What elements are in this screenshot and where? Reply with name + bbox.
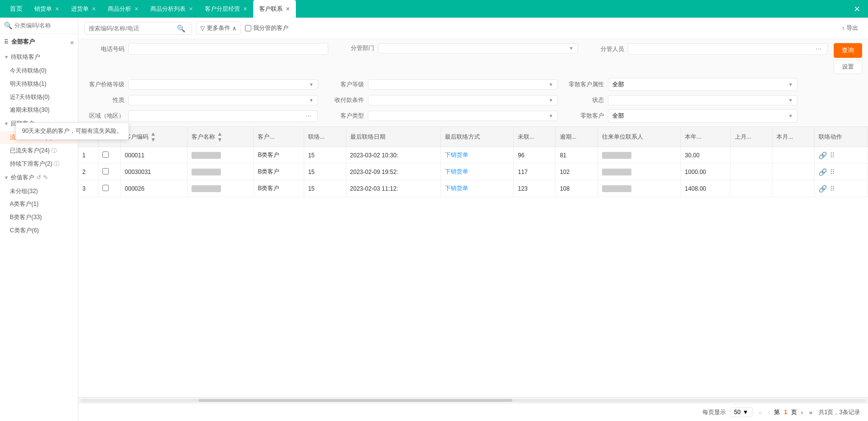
action-link-icon[interactable]: 🔗	[819, 151, 827, 159]
manager-dots-icon[interactable]: ⋯	[814, 46, 823, 52]
tab-analysis[interactable]: 商品分析 ✕	[102, 0, 145, 18]
close-analysis-tab[interactable]: ✕	[134, 6, 139, 12]
row-checkbox-0[interactable]	[102, 151, 109, 158]
name-sort-icon: ▲▼	[217, 131, 223, 143]
collapse-icon[interactable]: «	[70, 38, 74, 46]
scrollbar-track	[80, 399, 866, 402]
retail-attr-select[interactable]: 全部 ▼	[608, 78, 797, 91]
status-select[interactable]: ▼	[608, 95, 797, 105]
first-page-btn[interactable]: «	[757, 408, 764, 417]
contact-method-link[interactable]: 下销货单	[445, 168, 468, 175]
cell-last-date: 2023-03-02 10:30:	[346, 147, 440, 164]
phone-input[interactable]	[128, 43, 328, 55]
action-more-icon[interactable]: ⠿	[830, 151, 835, 159]
cell-this-month	[772, 180, 815, 197]
tooltip-lost-warning: 90天未交易的客户，可能有流失风险。	[16, 123, 129, 140]
page-label: 第	[774, 408, 780, 417]
th-last-contact-method: 最后联络方式	[440, 127, 513, 147]
sidebar-item-ungroup[interactable]: 未分组(32)	[0, 185, 78, 198]
search-input[interactable]	[89, 25, 177, 32]
close-purchase-tab[interactable]: ✕	[92, 6, 96, 12]
horizontal-scrollbar[interactable]	[78, 397, 868, 403]
tab-customer-layer[interactable]: 客户分层经营 ✕	[199, 0, 253, 18]
department-select[interactable]: ▼	[378, 43, 578, 53]
action-more-icon[interactable]: ⠿	[830, 168, 835, 176]
price-level-select[interactable]: ▼	[128, 79, 318, 90]
cell-name	[187, 164, 254, 180]
sidebar-item-a-class[interactable]: A类客户(1)	[0, 198, 78, 211]
manager-field: 分管人员 ⋯	[584, 43, 828, 55]
value-section[interactable]: ▼ 价值客户 ↺ ✎	[0, 171, 78, 185]
tab-purchase[interactable]: 进货单 ✕	[65, 0, 102, 18]
filter-icon: ▽	[200, 25, 205, 32]
sidebar-item-b-class[interactable]: B类客户(33)	[0, 211, 78, 224]
close-sales-tab[interactable]: ✕	[55, 6, 59, 12]
per-page-select[interactable]: 50 ▼	[730, 407, 753, 417]
scrollbar-thumb[interactable]	[198, 399, 513, 402]
cell-last-month	[730, 147, 772, 164]
retail-select[interactable]: 全部 ▼	[608, 109, 797, 123]
cell-last-month	[730, 180, 772, 197]
setting-button[interactable]: 设置	[834, 60, 862, 74]
th-customer-name[interactable]: 客户名称 ▲▼	[187, 127, 254, 147]
contact-method-link[interactable]: 下销货单	[445, 185, 468, 192]
cell-last-method: 下销货单	[440, 147, 513, 164]
close-analysis-list-tab[interactable]: ✕	[189, 6, 193, 12]
action-link-icon[interactable]: 🔗	[819, 185, 827, 193]
next-page-btn[interactable]: ›	[799, 408, 805, 417]
th-this-year: 本年...	[681, 127, 730, 147]
sidebar-item-tomorrow-pending[interactable]: 明天待联络(1)	[0, 77, 78, 91]
tab-home[interactable]: 首页	[4, 4, 28, 13]
tab-analysis-list[interactable]: 商品分析列表 ✕	[145, 0, 199, 18]
payment-select[interactable]: ▼	[368, 95, 557, 105]
cell-uncontacted: 96	[514, 147, 556, 164]
th-customer-code[interactable]: 客户编码 ▲▼	[121, 127, 187, 147]
data-table-area: # ⚙ 客户编码 ▲▼ 客	[78, 127, 868, 397]
action-more-icon[interactable]: ⠿	[830, 185, 835, 193]
tab-customer-contact[interactable]: 客户联系 ✕	[253, 0, 296, 18]
sidebar-item-today-pending[interactable]: 今天待联络(0)	[0, 64, 78, 77]
window-close-button[interactable]: ✕	[850, 4, 864, 14]
th-overdue: 逾期...	[555, 127, 598, 147]
all-customers-header[interactable]: ⠿ 全部客户 «	[0, 34, 78, 50]
contact-method-link[interactable]: 下销货单	[445, 151, 468, 158]
region-select[interactable]: ⋯	[128, 110, 318, 122]
sidebar-item-overdue-pending[interactable]: 逾期未联络(30)	[0, 103, 78, 117]
table-row: 3 000026 B类客户 15 2023-02-03 11:12: 下销货单 …	[78, 180, 868, 197]
close-customer-layer-tab[interactable]: ✕	[243, 6, 247, 12]
my-customers-checkbox[interactable]	[245, 25, 251, 31]
export-button[interactable]: ↑ 导出	[838, 22, 862, 34]
customer-type-select[interactable]: ▼	[368, 111, 557, 121]
search-submit-icon[interactable]: 🔍	[177, 25, 185, 32]
retail-chevron-icon: ▼	[788, 113, 793, 119]
cell-overdue: 102	[555, 164, 598, 180]
close-customer-contact-tab[interactable]: ✕	[286, 6, 290, 12]
last-page-btn[interactable]: »	[807, 408, 814, 417]
per-page-chevron-icon: ▼	[743, 409, 748, 416]
action-link-icon[interactable]: 🔗	[819, 168, 827, 176]
manager-select[interactable]: ⋯	[628, 43, 828, 55]
nature-select[interactable]: ▼	[128, 95, 318, 105]
row-checkbox-1[interactable]	[102, 168, 109, 174]
sidebar-item-7days-pending[interactable]: 近7天待联络(0)	[0, 91, 78, 104]
pending-contact-section[interactable]: ▼ 待联络客户	[0, 50, 78, 64]
prev-page-btn[interactable]: ‹	[766, 408, 772, 417]
sidebar-item-declining[interactable]: 持续下滑客户(2) ⓘ	[0, 157, 78, 171]
row-checkbox-2[interactable]	[102, 185, 109, 191]
customer-level-select[interactable]: ▼	[368, 79, 557, 90]
cell-last-date: 2023-02-09 19:52:	[346, 164, 440, 180]
more-conditions-btn[interactable]: ▽ 更多条件 ∧	[196, 22, 241, 35]
query-button[interactable]: 查询	[834, 43, 862, 58]
sidebar-item-c-class[interactable]: C类客户(6)	[0, 224, 78, 237]
region-dots-icon[interactable]: ⋯	[304, 113, 313, 120]
my-customers-checkbox-label[interactable]: 我分管的客户	[245, 24, 289, 32]
payment-chevron-icon: ▼	[549, 98, 554, 103]
cell-action: 🔗 ⠿	[814, 164, 868, 180]
company-contact-blurred	[602, 169, 631, 175]
tab-sales[interactable]: 销货单 ✕	[28, 0, 65, 18]
value-edit-icon[interactable]: ✎	[43, 174, 48, 181]
sidebar-item-already-lost[interactable]: 已流失客户(24) ⓘ	[0, 144, 78, 157]
customer-level-field: 客户等级 ▼	[324, 79, 557, 90]
sidebar-search-input[interactable]	[14, 22, 78, 29]
value-refresh-icon[interactable]: ↺	[36, 174, 41, 181]
